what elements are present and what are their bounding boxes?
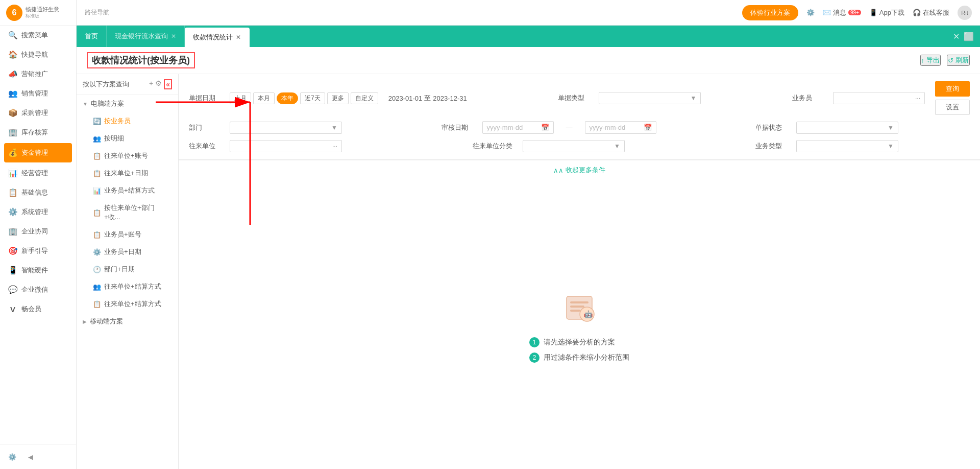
sidebar-item-search[interactable]: 🔍 搜索菜单 <box>0 26 76 45</box>
audit-date-from[interactable]: yyyy-mm-dd 📅 <box>482 121 554 134</box>
maximize-btn[interactable]: ⬜ <box>964 32 974 41</box>
tab-collection-stats-close[interactable]: ✕ <box>236 34 241 41</box>
scheme-item-staff-account[interactable]: 📋 业务员+账号 <box>77 226 178 243</box>
refresh-btn[interactable]: ↺ 刷新 <box>947 55 970 66</box>
left-panel: 按以下方案查询 + ⚙ « ▼ 电脑端方案 🔄 按业务员 <box>77 74 179 469</box>
date-dash: — <box>566 124 573 131</box>
scheme-item-label: 按业务员 <box>104 116 131 126</box>
scheme-item-unit-settle2[interactable]: 📋 往来单位+结算方式 <box>77 295 178 313</box>
sidebar-item-smarthw[interactable]: 📱 智能硬件 <box>0 261 76 280</box>
scheme-sa-icon: 📋 <box>93 230 101 239</box>
staff-chevron: ··· <box>915 95 920 102</box>
audit-date-to[interactable]: yyyy-mm-dd 📅 <box>585 121 656 134</box>
sidebar-collapse-btn[interactable]: ◀ <box>23 450 38 464</box>
tab-collection-stats[interactable]: 收款情况统计 ✕ <box>185 28 250 47</box>
message-icon: ✉️ <box>823 9 831 16</box>
partner-category-select[interactable]: ▼ <box>523 140 625 152</box>
sidebar-item-wechat[interactable]: 💬 企业微信 <box>0 280 76 299</box>
tab-home[interactable]: 首页 <box>77 26 107 47</box>
scheme-item-dept-date[interactable]: 🕐 部门+日期 <box>77 261 178 278</box>
breadcrumb: 路径导航 <box>85 8 109 17</box>
tab-bank-flow-close[interactable]: ✕ <box>171 33 176 40</box>
app-download-btn[interactable]: 📱 App下载 <box>869 8 904 17</box>
calendar-icon-1: 📅 <box>541 124 549 131</box>
page-title: 收款情况统计(按业务员) <box>87 52 195 68</box>
biz-type-select[interactable]: ▼ <box>796 140 898 152</box>
scheme-ss-icon: 📊 <box>93 186 101 195</box>
refresh-icon: ↺ <box>948 57 953 64</box>
desktop-scheme-group: ▼ 电脑端方案 🔄 按业务员 👥 按明细 📋 往来单位+账号 <box>77 95 178 313</box>
scheme-settings-btn[interactable]: ⚙ <box>155 79 162 89</box>
enterprise-icon: 🏢 <box>8 227 17 236</box>
filter-settings-btn[interactable]: 设置 <box>935 100 970 115</box>
scheme-item-label: 业务员+结算方式 <box>104 186 155 195</box>
sidebar-item-marketing[interactable]: 📣 营销推广 <box>0 64 76 84</box>
sidebar-item-sales[interactable]: 👥 销售管理 <box>0 84 76 103</box>
user-avatar[interactable]: Rit <box>958 6 972 20</box>
date-btn-last-month[interactable]: 上月 <box>230 92 251 104</box>
sidebar-item-inventory[interactable]: 🏢 库存核算 <box>0 123 76 142</box>
settings-btn-top[interactable]: ⚙️ <box>806 9 815 16</box>
scheme-item-staff-settle[interactable]: 📊 业务员+结算方式 <box>77 182 178 199</box>
scheme-header-actions: + ⚙ « <box>149 79 172 89</box>
message-btn[interactable]: ✉️ 消息 99+ <box>823 8 861 17</box>
staff-select[interactable]: ··· <box>833 92 925 104</box>
date-btn-more[interactable]: 更多 <box>327 92 349 104</box>
scheme-item-unit-settle1[interactable]: 👥 往来单位+结算方式 <box>77 278 178 295</box>
export-btn[interactable]: ↑ 导出 <box>920 55 941 66</box>
app-download-label: App下载 <box>879 8 904 17</box>
inventory-icon: 🏢 <box>8 128 17 137</box>
guide-icon: 🎯 <box>8 246 17 255</box>
scheme-item-unit-dept[interactable]: 📋 按往来单位+部门+收... <box>77 199 178 226</box>
sidebar-item-system[interactable]: ⚙️ 系统管理 <box>0 202 76 222</box>
sidebar-item-operations[interactable]: 📊 经营管理 <box>0 163 76 183</box>
filter-row-2: 部门 ▼ 审核日期 yyyy-mm-dd 📅 — y <box>189 121 970 134</box>
sidebar-item-quicknav[interactable]: 🏠 快捷导航 <box>0 45 76 64</box>
scheme-item-staff-date[interactable]: ⚙️ 业务员+日期 <box>77 243 178 261</box>
scheme-collapse-btn[interactable]: « <box>164 79 172 89</box>
collapse-label: 收起更多条件 <box>566 166 605 175</box>
sidebar-item-member[interactable]: V 畅会员 <box>0 299 76 319</box>
scheme-item-by-staff[interactable]: 🔄 按业务员 <box>77 112 178 130</box>
sidebar-item-finance[interactable]: 💰 资金管理 <box>4 143 72 162</box>
sidebar-item-enterprise[interactable]: 🏢 企业协同 <box>0 222 76 241</box>
close-all-btn[interactable]: ✕ <box>953 32 960 41</box>
sidebar-settings-btn[interactable]: ⚙️ <box>5 450 19 464</box>
doc-status-select[interactable]: ▼ <box>796 122 898 134</box>
sidebar-item-purchase[interactable]: 📦 采购管理 <box>0 103 76 123</box>
date-btn-this-year[interactable]: 本年 <box>277 92 298 104</box>
mobile-scheme-group: ▶ 移动端方案 <box>77 313 178 330</box>
sidebar-item-label: 采购管理 <box>21 108 48 118</box>
search-menu-icon: 🔍 <box>8 31 17 40</box>
scheme-item-unit-account[interactable]: 📋 往来单位+账号 <box>77 147 178 165</box>
scheme-item-label: 按往来单位+部门+收... <box>104 203 170 222</box>
sidebar-item-guide[interactable]: 🎯 新手引导 <box>0 241 76 261</box>
content: 收款情况统计(按业务员) ↑ 导出 ↺ 刷新 按以下方案查询 + <box>77 47 980 469</box>
step-2-text: 用过滤条件来缩小分析范围 <box>544 353 629 362</box>
mobile-group-title[interactable]: ▶ 移动端方案 <box>77 313 178 330</box>
sidebar-item-label: 系统管理 <box>21 207 48 217</box>
sidebar-item-label: 库存核算 <box>21 128 48 137</box>
logo-icon: 6 <box>6 5 22 21</box>
tab-bank-flow[interactable]: 现金银行流水查询 ✕ <box>107 26 185 47</box>
online-support-btn[interactable]: 🎧 在线客服 <box>913 8 949 17</box>
query-btn[interactable]: 查询 <box>935 81 970 97</box>
collapse-btn[interactable]: ∧∧ 收起更多条件 <box>553 166 605 175</box>
date-quick-group: 上月 本月 本年 近7天 更多 自定义 <box>230 92 378 104</box>
date-btn-custom[interactable]: 自定义 <box>351 92 378 104</box>
trial-btn[interactable]: 体验行业方案 <box>742 5 798 20</box>
download-icon: 📱 <box>869 9 877 16</box>
desktop-group-title[interactable]: ▼ 电脑端方案 <box>77 95 178 112</box>
sidebar-item-basic[interactable]: 📋 基础信息 <box>0 183 76 202</box>
add-scheme-btn[interactable]: + <box>149 79 153 89</box>
scheme-item-by-detail[interactable]: 👥 按明细 <box>77 130 178 147</box>
scheme-item-unit-date[interactable]: 📋 往来单位+日期 <box>77 165 178 182</box>
date-btn-this-month[interactable]: 本月 <box>253 92 275 104</box>
dept-select[interactable]: ▼ <box>230 122 342 134</box>
date-btn-7days[interactable]: 近7天 <box>300 92 325 104</box>
user-name: Rit <box>961 10 968 16</box>
scheme-dd-icon: 🕐 <box>93 265 101 273</box>
doc-type-select[interactable]: ▼ <box>599 92 701 104</box>
tabbar-controls: ✕ ⬜ <box>947 26 980 47</box>
partner-select[interactable]: ··· <box>230 140 342 152</box>
